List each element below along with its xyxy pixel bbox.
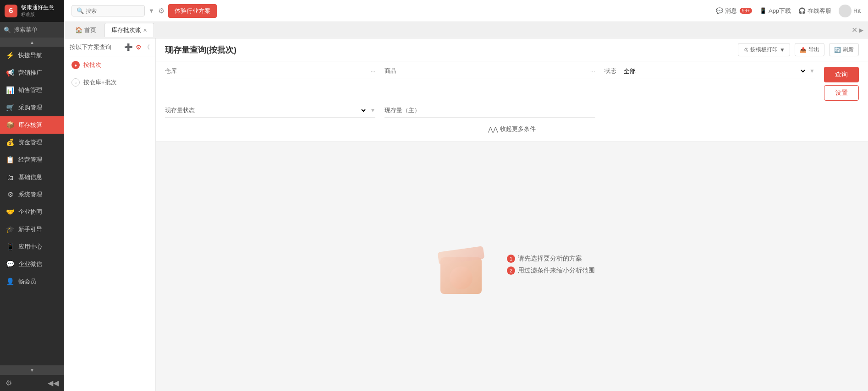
refresh-label: 刷新 bbox=[843, 46, 854, 54]
inv-qty-to-input[interactable] bbox=[471, 107, 508, 114]
inventory-icon: 📦 bbox=[5, 121, 15, 129]
status-filter: 状态 全部 ▼ bbox=[604, 67, 815, 78]
page-title: 现存量查询(按批次) bbox=[165, 44, 236, 55]
wechat-icon: 💬 bbox=[5, 260, 15, 268]
warehouse-input[interactable] bbox=[182, 68, 368, 75]
basic-icon: 🗂 bbox=[5, 174, 15, 181]
app-download-icon: 📱 bbox=[759, 7, 767, 14]
left-panel-header: 按以下方案查询 ➕ ⚙ 《 bbox=[64, 38, 155, 56]
export-label: 导出 bbox=[808, 46, 819, 54]
sidebar-item-label-purchase: 采购管理 bbox=[18, 103, 42, 112]
inv-status-arrow[interactable]: ▼ bbox=[370, 107, 375, 114]
sidebar-item-quicknav[interactable]: ⚡ 快捷导航 bbox=[0, 47, 64, 64]
search-icon: 🔍 bbox=[4, 27, 11, 33]
collapse-left-panel-btn[interactable]: 《 bbox=[144, 43, 150, 51]
add-scheme-btn[interactable]: ➕ bbox=[124, 43, 133, 51]
topbar: 🔍 ▼ ⚙ 体验行业方案 💬 消息 99+ 📱 App下载 🎧 在线客服 bbox=[64, 0, 868, 22]
sidebar-item-collab[interactable]: 🤝 企业协同 bbox=[0, 203, 64, 221]
member-icon: 👤 bbox=[5, 277, 15, 286]
scheme-inactive-dot: ○ bbox=[71, 78, 80, 87]
query-btn-group: 查询 设置 bbox=[824, 67, 859, 101]
sidebar-item-operations[interactable]: 📋 经营管理 bbox=[0, 151, 64, 168]
topbar-search-box[interactable]: 🔍 bbox=[71, 5, 145, 16]
newguide-icon: 🎓 bbox=[5, 225, 15, 234]
operations-icon: 📋 bbox=[5, 156, 15, 164]
app-company: 畅康通好生意 bbox=[21, 4, 54, 11]
topbar-dropdown-icon[interactable]: ▼ bbox=[148, 7, 154, 14]
topbar-settings-icon[interactable]: ⚙ bbox=[158, 6, 165, 15]
page-header: 现存量查询(按批次) 🖨 按模板打印 ▼ 📤 导出 🔄 刷新 bbox=[156, 38, 868, 61]
tab-home-label: 首页 bbox=[84, 26, 96, 34]
empty-tip-2-text: 用过滤条件来缩小分析范围 bbox=[518, 266, 595, 275]
tab-batch-account[interactable]: 库存批次账 ✕ bbox=[104, 23, 154, 37]
tab-home[interactable]: 🏠 首页 bbox=[69, 23, 103, 37]
sidebar-item-label-collab: 企业协同 bbox=[18, 208, 42, 216]
inv-qty-from-input[interactable] bbox=[425, 107, 461, 114]
inv-status-select[interactable] bbox=[200, 107, 367, 114]
headset-icon: 🎧 bbox=[798, 7, 806, 14]
collapse-sidebar-icon[interactable]: ◀◀ bbox=[48, 379, 59, 387]
tab-close-panel[interactable]: ✕ bbox=[852, 26, 857, 34]
sidebar-item-finance[interactable]: 💰 资金管理 bbox=[0, 134, 64, 151]
goods-filter: 商品 ··· bbox=[385, 67, 595, 78]
sidebar-item-appcenter[interactable]: 📱 应用中心 bbox=[0, 238, 64, 255]
sidebar-item-newguide[interactable]: 🎓 新手引导 bbox=[0, 221, 64, 238]
goods-input[interactable] bbox=[402, 68, 587, 75]
scheme-active-dot: ● bbox=[71, 61, 80, 69]
scroll-up-btn[interactable]: ▲ bbox=[0, 38, 64, 47]
warehouse-more-btn[interactable]: ··· bbox=[370, 68, 375, 75]
appcenter-icon: 📱 bbox=[5, 243, 15, 251]
settings-btn[interactable]: 设置 bbox=[824, 85, 859, 101]
settings-scheme-btn[interactable]: ⚙ bbox=[136, 43, 142, 51]
tabbar: 🏠 首页 库存批次账 ✕ ✕ ▶ bbox=[64, 22, 868, 38]
sales-icon: 📊 bbox=[5, 86, 15, 94]
tab-expand-icon[interactable]: ▶ bbox=[859, 27, 863, 33]
sidebar-item-label-operations: 经营管理 bbox=[18, 156, 42, 164]
status-dropdown-arrow[interactable]: ▼ bbox=[809, 68, 815, 74]
scheme-by-batch[interactable]: ● 按批次 bbox=[64, 56, 155, 74]
sidebar-item-purchase[interactable]: 🛒 采购管理 bbox=[0, 99, 64, 116]
experience-industry-btn[interactable]: 体验行业方案 bbox=[168, 4, 217, 18]
sidebar-item-wechat[interactable]: 💬 企业微信 bbox=[0, 255, 64, 273]
refresh-btn[interactable]: 🔄 刷新 bbox=[829, 43, 859, 56]
scroll-down-btn[interactable]: ▼ bbox=[0, 365, 64, 375]
sidebar-item-marketing[interactable]: 📢 营销推广 bbox=[0, 64, 64, 81]
online-service-label: 在线客服 bbox=[808, 7, 831, 15]
tab-close-btn[interactable]: ✕ bbox=[143, 27, 147, 33]
topbar-search-input[interactable] bbox=[86, 8, 132, 14]
refresh-icon: 🔄 bbox=[834, 47, 841, 53]
settings-icon[interactable]: ⚙ bbox=[5, 379, 12, 387]
inv-qty-filter: 现存量（主） — bbox=[385, 106, 595, 118]
status-select[interactable]: 全部 bbox=[622, 67, 807, 75]
sidebar-item-label-system: 系统管理 bbox=[18, 190, 42, 199]
sidebar-search[interactable]: 🔍 搜索菜单 bbox=[0, 22, 64, 38]
export-btn[interactable]: 📤 导出 bbox=[795, 43, 824, 56]
collapse-more-btn[interactable]: ⋀⋀ 收起更多条件 bbox=[165, 122, 859, 136]
user-name: Rit bbox=[853, 7, 861, 14]
app-download-btn[interactable]: 📱 App下载 bbox=[759, 7, 791, 15]
left-panel: 按以下方案查询 ➕ ⚙ 《 ● 按批次 ○ 按仓库+批次 bbox=[64, 38, 156, 391]
sidebar-item-system[interactable]: ⚙ 系统管理 bbox=[0, 186, 64, 203]
online-service-btn[interactable]: 🎧 在线客服 bbox=[798, 7, 831, 15]
content-area: 按以下方案查询 ➕ ⚙ 《 ● 按批次 ○ 按仓库+批次 现存量查询(按批次) bbox=[64, 38, 868, 391]
query-btn[interactable]: 查询 bbox=[824, 67, 859, 82]
left-panel-title: 按以下方案查询 bbox=[70, 43, 111, 51]
user-profile-btn[interactable]: Rit bbox=[839, 5, 861, 17]
sidebar-item-sales[interactable]: 📊 销售管理 bbox=[0, 81, 64, 99]
sidebar-item-member[interactable]: 👤 畅会员 bbox=[0, 273, 64, 290]
sidebar-item-label-member: 畅会员 bbox=[18, 277, 36, 286]
sidebar-item-inventory[interactable]: 📦 库存核算 bbox=[0, 116, 64, 134]
filter-area: 仓库 ··· 商品 ··· 状态 全部 bbox=[156, 61, 868, 142]
marketing-icon: 📢 bbox=[5, 69, 15, 77]
sidebar-footer: ⚙ ◀◀ bbox=[0, 375, 64, 391]
print-template-btn[interactable]: 🖨 按模板打印 ▼ bbox=[738, 43, 790, 56]
sidebar-item-basic[interactable]: 🗂 基础信息 bbox=[0, 168, 64, 186]
goods-more-btn[interactable]: ··· bbox=[590, 68, 595, 75]
sidebar-item-label-sales: 销售管理 bbox=[18, 86, 42, 94]
messages-btn[interactable]: 💬 消息 99+ bbox=[716, 7, 752, 15]
print-dropdown[interactable]: ▼ bbox=[780, 47, 785, 53]
print-label: 按模板打印 bbox=[750, 46, 778, 54]
scheme-by-warehouse-batch[interactable]: ○ 按仓库+批次 bbox=[64, 74, 155, 91]
sidebar: 6 畅康通好生意 标准版 🔍 搜索菜单 ▲ ⚡ 快捷导航 📢 营销推广 📊 销售… bbox=[0, 0, 64, 391]
scheme-by-warehouse-batch-label: 按仓库+批次 bbox=[83, 78, 117, 87]
